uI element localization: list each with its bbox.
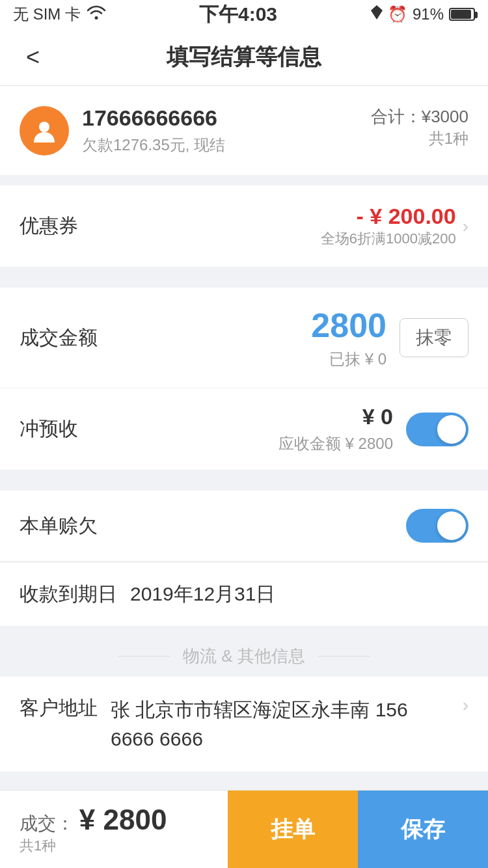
logistics-label: 物流 & 其他信息: [118, 645, 370, 668]
coupon-right: - ¥ 200.00 全场6折满1000减200 ›: [321, 204, 468, 249]
prepay-col: ¥ 0 应收金额 ¥ 2800: [278, 404, 393, 454]
alarm-icon: ⏰: [388, 5, 407, 23]
prepay-amount: ¥ 0: [362, 404, 393, 429]
user-phone: 17666666666: [82, 105, 225, 131]
svg-point-0: [39, 122, 49, 132]
page-title: 填写结算等信息: [167, 42, 321, 72]
deal-col: 2800 已抹 ¥ 0: [311, 306, 386, 370]
deal-sub: 已抹 ¥ 0: [329, 349, 386, 370]
address-row[interactable]: 客户地址 张 北京市市辖区海淀区永丰南 156 6666 6666 ›: [0, 677, 488, 772]
save-button[interactable]: 保存: [358, 791, 488, 869]
coupon-label: 优惠券: [20, 213, 78, 239]
total-label: 合计：¥3000: [371, 105, 468, 128]
battery-percent: 91%: [413, 5, 444, 23]
debt-row: 本单赊欠: [0, 491, 488, 561]
due-label: 收款到期日: [20, 581, 117, 608]
deal-right: 2800 已抹 ¥ 0 抹零: [311, 306, 468, 370]
deal-amount-value: 2800: [311, 306, 386, 345]
header: < 填写结算等信息: [0, 29, 488, 86]
address-label: 客户地址: [20, 695, 98, 722]
due-date-row: 收款到期日 2019年12月31日: [0, 563, 488, 626]
deal-amount-row: 成交金额 2800 已抹 ¥ 0 抹零: [0, 288, 488, 388]
bottom-info: 成交： ¥ 2800 共1种: [0, 804, 228, 856]
coupon-row[interactable]: 优惠券 - ¥ 200.00 全场6折满1000减200 ›: [0, 185, 488, 267]
form-section: 成交金额 2800 已抹 ¥ 0 抹零 冲预收 ¥ 0 应收金额 ¥ 2800: [0, 288, 488, 470]
bottom-bar: 成交： ¥ 2800 共1种 挂单 保存: [0, 790, 488, 868]
status-bar: 无 SIM 卡 下午4:03 ⏰ 91%: [0, 0, 488, 29]
coupon-amount: - ¥ 200.00: [321, 204, 456, 229]
bottom-amount: ¥ 2800: [79, 804, 167, 835]
coupon-info: - ¥ 200.00 全场6折满1000减200: [321, 204, 456, 249]
coupon-chevron: ›: [463, 216, 468, 237]
row-divider: [0, 561, 488, 562]
location-icon: [371, 5, 383, 23]
user-left: 17666666666 欠款1276.35元, 现结: [20, 105, 225, 156]
total-count: 共1种: [371, 128, 468, 149]
toggle-knob: [437, 415, 466, 444]
debt-label: 本单赊欠: [20, 513, 98, 539]
carrier-label: 无 SIM 卡: [13, 4, 81, 25]
user-total: 合计：¥3000 共1种: [371, 105, 468, 149]
prepay-sub: 应收金额 ¥ 2800: [278, 433, 393, 454]
due-date-value: 2019年12月31日: [130, 581, 275, 608]
section-divider-2: [0, 470, 488, 480]
debt-toggle[interactable]: [406, 509, 468, 543]
bottom-count: 共1种: [20, 836, 208, 856]
prepay-row: 冲预收 ¥ 0 应收金额 ¥ 2800: [0, 388, 488, 470]
wifi-icon: [87, 5, 105, 23]
bottom-deal-label: 成交：: [20, 813, 74, 834]
deal-label: 成交金额: [20, 325, 98, 351]
status-right: ⏰ 91%: [371, 5, 475, 23]
logistics-divider: 物流 & 其他信息: [0, 636, 488, 675]
status-left: 无 SIM 卡: [13, 4, 105, 25]
section-divider-1: [0, 277, 488, 288]
address-value: 张 北京市市辖区海淀区永丰南 156 6666 6666: [111, 695, 450, 753]
time-label: 下午4:03: [199, 1, 277, 28]
debt-toggle-knob: [437, 511, 466, 540]
prepay-right: ¥ 0 应收金额 ¥ 2800: [278, 404, 468, 454]
user-debt: 欠款1276.35元, 现结: [82, 135, 225, 156]
avatar: [20, 106, 69, 156]
prepay-toggle[interactable]: [406, 413, 468, 446]
prepay-label: 冲预收: [20, 416, 78, 442]
battery-icon: [449, 8, 475, 21]
coupon-desc: 全场6折满1000减200: [321, 229, 456, 249]
bottom-deal-row: 成交： ¥ 2800: [20, 804, 208, 836]
pending-button[interactable]: 挂单: [228, 791, 358, 869]
back-button[interactable]: <: [20, 37, 46, 77]
round-zero-button[interactable]: 抹零: [400, 318, 468, 357]
content: 17666666666 欠款1276.35元, 现结 合计：¥3000 共1种 …: [0, 86, 488, 868]
user-info: 17666666666 欠款1276.35元, 现结: [82, 105, 225, 156]
address-chevron: ›: [463, 695, 468, 716]
user-card: 17666666666 欠款1276.35元, 现结 合计：¥3000 共1种: [0, 86, 488, 175]
